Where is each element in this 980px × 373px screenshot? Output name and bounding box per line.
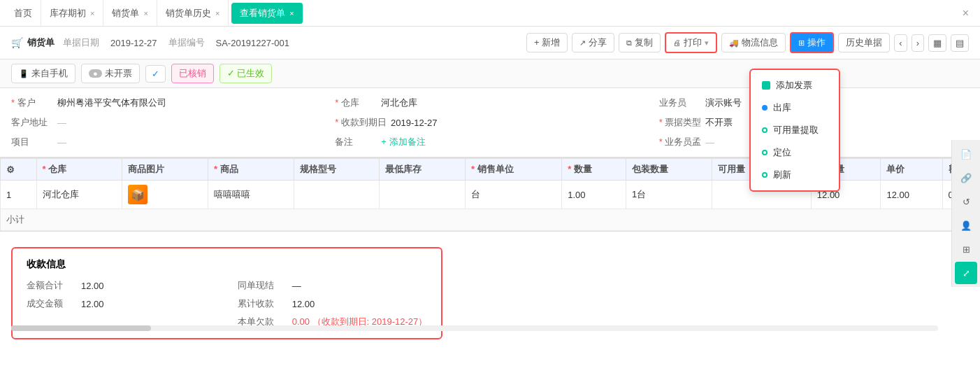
project-field: 项目 —: [11, 136, 321, 148]
payment-title: 收款信息: [27, 258, 427, 271]
cell-unit: 台: [466, 181, 562, 209]
share-button[interactable]: ↗ 分享: [572, 33, 614, 52]
doc-side-icon: 📄: [960, 149, 972, 160]
customer-value: 柳州粤港平安气体有限公司: [57, 97, 321, 109]
due-date-value: 2019-12-27: [391, 118, 645, 128]
payment-cumulative-label: 累计收款: [238, 297, 287, 310]
subtotal-row: 小计: [1, 209, 980, 231]
link-side-icon: 🔗: [960, 173, 972, 183]
link-side-button[interactable]: 🔗: [955, 167, 977, 189]
add-invoice-icon: [762, 81, 770, 90]
close-all-button[interactable]: ×: [957, 7, 974, 20]
tab-view-sales[interactable]: 查看销货单 ×: [231, 3, 303, 24]
product-thumbnail: 📦: [128, 185, 147, 204]
payment-deal-label: 成交金额: [27, 297, 75, 310]
next-button[interactable]: ›: [911, 34, 924, 52]
user-side-icon: 👤: [960, 220, 972, 231]
table-side-icon: ⊞: [963, 244, 970, 255]
not-open-ticket-button[interactable]: ● 未开票: [81, 64, 140, 83]
payment-deal-value: 12.00: [81, 299, 104, 309]
reset-side-button[interactable]: ↺: [955, 190, 977, 213]
col-unit-price: 单价: [881, 159, 942, 181]
sales-order-icon: 🛒: [11, 37, 23, 48]
cell-pack-qty: 1台: [626, 181, 712, 209]
col-model: 规格型号: [294, 159, 380, 181]
horizontal-scrollbar[interactable]: [11, 325, 938, 331]
customer-field: 客户 柳州粤港平安气体有限公司: [11, 97, 321, 109]
due-date-label: 收款到期日: [335, 116, 387, 129]
from-phone-button[interactable]: 📱 来自手机: [11, 64, 75, 83]
cell-product: 嘻嘻嘻嘻: [208, 181, 294, 209]
grid-view-2-button[interactable]: ▤: [951, 34, 969, 52]
due-date-field: 收款到期日 2019-12-27: [335, 116, 644, 129]
ship-item[interactable]: 出库: [751, 97, 839, 119]
print-button[interactable]: 🖨 打印 ▾: [665, 32, 717, 53]
cell-product-image: 📦: [122, 181, 208, 209]
payment-cumulative-value: 12.00: [292, 299, 315, 309]
check-button[interactable]: ✓: [145, 65, 166, 83]
subtotal-label: 小计: [1, 209, 980, 231]
document-header: 🛒 销货单 单据日期 2019-12-27 单据编号 SA-20191227-0…: [0, 27, 980, 59]
close-inventory-tab[interactable]: ×: [90, 9, 94, 17]
user-side-button[interactable]: 👤: [955, 214, 977, 237]
tab-inventory[interactable]: 库存期初 ×: [41, 0, 103, 27]
payment-total-label: 金额合计: [27, 279, 75, 292]
doc-side-button[interactable]: 📄: [955, 143, 977, 165]
tab-sales[interactable]: 销货单 ×: [103, 0, 157, 27]
cell-no: 1: [1, 181, 37, 209]
payment-deal-row: 成交金额 12.00: [27, 297, 217, 310]
document-meta: 单据日期 2019-12-27 单据编号 SA-20191227-001: [63, 36, 289, 49]
address-label: 客户地址: [11, 116, 53, 129]
expand-side-button[interactable]: ⤢: [955, 262, 977, 284]
document-title: 🛒 销货单: [11, 36, 55, 49]
payment-same-order-value: —: [292, 281, 301, 291]
col-quantity: 数量: [562, 159, 626, 181]
payment-total-value: 12.00: [81, 281, 104, 291]
toolbar-right: + 新增 ↗ 分享 ⧉ 复制 🖨 打印 ▾ 🚚 物流信息 ⊞ 操作: [526, 32, 969, 53]
scroll-thumb[interactable]: [11, 325, 151, 331]
note-label: 备注: [335, 136, 377, 148]
col-unit: 销售单位: [466, 159, 562, 181]
col-product: 商品: [208, 159, 294, 181]
close-view-sales-tab[interactable]: ×: [289, 9, 294, 17]
locate-icon: [762, 150, 768, 155]
prev-button[interactable]: ‹: [894, 34, 907, 52]
note-add-button[interactable]: + 添加备注: [381, 136, 644, 148]
new-button[interactable]: + 新增: [526, 33, 568, 52]
tab-home[interactable]: 首页: [6, 0, 41, 27]
payment-same-order-row: 同单现结 —: [238, 279, 428, 292]
available-fetch-item[interactable]: 可用量提取: [751, 119, 839, 141]
table-side-button[interactable]: ⊞: [955, 238, 977, 260]
cell-warehouse: 河北仓库: [36, 181, 122, 209]
logistics-button[interactable]: 🚚 物流信息: [721, 33, 786, 52]
warehouse-value: 河北仓库: [381, 97, 644, 109]
history-button[interactable]: 历史单据: [838, 33, 890, 52]
grid-view-1-button[interactable]: ▦: [928, 34, 946, 52]
ticket-type-label: 票据类型: [659, 116, 702, 129]
col-product-image: 商品图片: [122, 159, 208, 181]
col-pack-qty: 包装数量: [626, 159, 712, 181]
col-warehouse: 仓库: [36, 159, 122, 181]
tab-sales-history[interactable]: 销货单历史 ×: [157, 0, 229, 27]
refresh-item[interactable]: 刷新: [751, 164, 839, 186]
payment-cumulative-row: 累计收款 12.00: [238, 297, 428, 310]
add-invoice-item[interactable]: 添加发票: [751, 74, 839, 97]
cell-unit-price: 12.00: [881, 181, 942, 209]
warehouse-field: 仓库 河北仓库: [335, 97, 644, 109]
col-settings[interactable]: ⚙: [1, 159, 37, 181]
project-label: 项目: [11, 136, 53, 148]
close-history-tab[interactable]: ×: [215, 9, 219, 17]
cell-min-stock: [380, 181, 466, 209]
close-sales-tab[interactable]: ×: [143, 9, 147, 17]
operation-button[interactable]: ⊞ 操作: [790, 32, 834, 53]
address-value: —: [57, 118, 321, 128]
main-container: 首页 库存期初 × 销货单 × 销货单历史 × 查看销货单 × × 🛒 销货单 …: [0, 0, 980, 373]
copy-button[interactable]: ⧉ 复制: [619, 33, 661, 52]
ship-icon: [762, 105, 768, 111]
employee-label: 业务员: [659, 97, 701, 109]
cell-quantity: 1.00: [562, 181, 626, 209]
refresh-icon: [762, 172, 768, 178]
salesperson-label: 业务员孟: [659, 136, 702, 148]
right-icon-panel: 📄 🔗 ↺ 👤 ⊞ ⤢: [951, 140, 980, 287]
locate-item[interactable]: 定位: [751, 141, 839, 164]
